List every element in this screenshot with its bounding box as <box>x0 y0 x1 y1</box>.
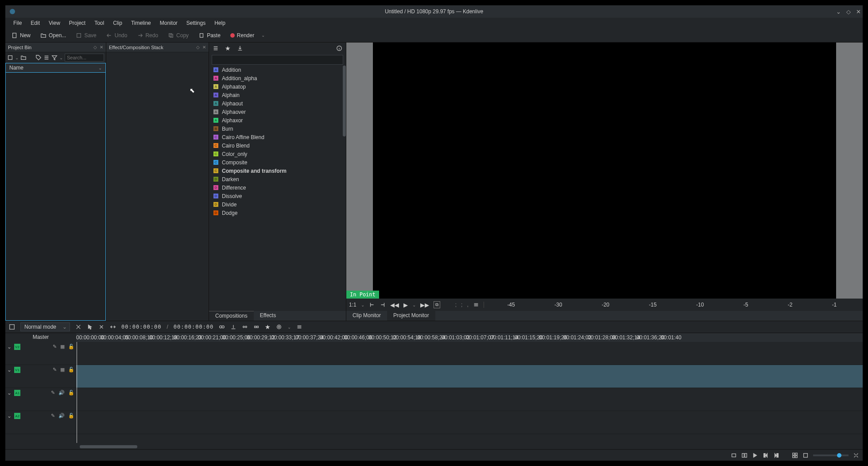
sb-fit-icon[interactable] <box>853 452 859 458</box>
bin-content[interactable] <box>5 73 106 321</box>
set-in-icon[interactable] <box>369 302 375 308</box>
marker1-icon[interactable]: ; <box>455 302 457 308</box>
track-lane[interactable] <box>76 411 863 434</box>
add-clip-dropdown[interactable]: ⌄ <box>15 55 19 60</box>
zoom-label[interactable]: 1:1 <box>349 302 356 308</box>
track-mute-icon[interactable]: 🔊 <box>58 390 65 396</box>
preview-render-icon[interactable] <box>276 324 282 330</box>
track-lane[interactable] <box>76 365 863 388</box>
mix-icon[interactable] <box>219 324 225 330</box>
composition-item[interactable]: DDifference <box>209 183 346 192</box>
razor-tool-icon[interactable] <box>98 324 105 330</box>
save-button[interactable]: Save <box>73 31 99 40</box>
track-lock-icon[interactable]: 🔓 <box>68 367 74 373</box>
render-dropdown[interactable]: ⌄ <box>261 33 265 38</box>
track-collapse-icon[interactable]: ⌄ <box>7 390 12 396</box>
track-badge[interactable]: V2 <box>14 344 20 350</box>
track-header[interactable]: ⌄ V1 ✎ ▦ 🔓 <box>5 365 76 388</box>
panel-float-icon[interactable]: ◇ <box>196 45 200 50</box>
track-header[interactable]: ⌄ A1 ✎ 🔊 🔓 <box>5 388 76 411</box>
panel-float-icon[interactable]: ◇ <box>93 45 97 50</box>
track-badge[interactable]: A2 <box>14 413 20 419</box>
playhead[interactable] <box>77 342 77 443</box>
master-track[interactable]: Master <box>5 333 76 342</box>
zone-in-icon[interactable] <box>230 324 236 330</box>
select-tool-icon[interactable] <box>87 324 93 330</box>
composition-item[interactable]: AAlphaover <box>209 108 346 116</box>
tab-clip-monitor[interactable]: Clip Monitor <box>346 311 387 321</box>
zoom-dropdown[interactable]: ⌄ <box>361 303 364 307</box>
folder-add-icon[interactable] <box>20 54 27 61</box>
composition-item[interactable]: AAlphain <box>209 91 346 99</box>
track-collapse-icon[interactable]: ⌄ <box>7 413 12 419</box>
timeline-ruler[interactable]: 00:00:00:0000:00:04;0500:00:08;1000:00:1… <box>76 333 863 342</box>
filter-dropdown[interactable]: ⌄ <box>59 55 63 60</box>
track-badge[interactable]: V1 <box>14 367 20 373</box>
track-lock-icon[interactable]: 🔓 <box>68 344 74 350</box>
track-lock-icon[interactable]: 🔓 <box>68 390 74 396</box>
preview-dropdown[interactable]: ⌄ <box>287 325 291 330</box>
tab-effects[interactable]: Effects <box>254 311 282 321</box>
composition-item[interactable]: CCairo Affine Blend <box>209 133 346 141</box>
play-icon[interactable]: ▶ <box>403 302 408 308</box>
tag-icon[interactable] <box>35 54 42 61</box>
composition-item[interactable]: DDodge <box>209 209 346 217</box>
composition-item[interactable]: DDarken <box>209 175 346 183</box>
sb-icon-1[interactable] <box>731 452 737 458</box>
list-icon[interactable] <box>43 54 50 61</box>
menu-settings[interactable]: Settings <box>182 18 210 28</box>
sb-grid-icon[interactable] <box>792 452 798 458</box>
undo-button[interactable]: Undo <box>104 31 130 40</box>
timecode-position[interactable]: 00:00:00:00 <box>121 324 161 330</box>
composition-item[interactable]: CCairo Blend <box>209 141 346 150</box>
composition-item[interactable]: AAlphaatop <box>209 82 346 91</box>
track-effect-icon[interactable]: ✎ <box>51 390 55 396</box>
menu-project[interactable]: Project <box>65 18 90 28</box>
menu-tool[interactable]: Tool <box>90 18 108 28</box>
close-button[interactable]: ✕ <box>856 8 861 15</box>
menu-monitor[interactable]: Monitor <box>155 18 182 28</box>
minimize-button[interactable]: ⌄ <box>836 8 841 15</box>
tool1-icon[interactable] <box>75 324 81 330</box>
track-collapse-icon[interactable]: ⌄ <box>7 344 12 350</box>
track-header[interactable]: ⌄ V2 ✎ ▦ 🔓 <box>5 342 76 365</box>
menu-timeline[interactable]: Timeline <box>127 18 155 28</box>
scrollbar[interactable] <box>343 66 346 136</box>
download-icon[interactable] <box>237 45 243 51</box>
maximize-button[interactable]: ◇ <box>846 8 851 15</box>
overwrite-icon[interactable] <box>242 324 248 330</box>
panel-close-icon[interactable]: ✕ <box>202 45 206 50</box>
composition-item[interactable]: CComposite and transform <box>209 167 346 175</box>
insert-icon[interactable] <box>253 324 260 330</box>
favorite-icon[interactable]: ★ <box>225 45 231 52</box>
play-dropdown[interactable]: ⌄ <box>412 303 416 307</box>
composition-search[interactable] <box>212 55 343 65</box>
composition-item[interactable]: BBurn <box>209 124 346 133</box>
composition-item[interactable]: DDivide <box>209 200 346 209</box>
rewind-icon[interactable]: ◀◀ <box>390 302 399 308</box>
track-thumb-icon[interactable]: ▦ <box>60 344 65 350</box>
track-collapse-icon[interactable]: ⌄ <box>7 367 12 373</box>
timeline-hscroll[interactable] <box>5 445 863 449</box>
composition-item[interactable]: CComposite <box>209 158 346 167</box>
marker3-icon[interactable]: , <box>467 302 468 308</box>
copy-button[interactable]: Copy <box>165 31 191 40</box>
composition-item[interactable]: AAlphaout <box>209 99 346 108</box>
bin-column-header[interactable]: Name⌄ <box>5 63 106 73</box>
forward-icon[interactable]: ▶▶ <box>420 302 429 308</box>
composition-item[interactable]: AAddition_alpha <box>209 74 346 82</box>
sb-icon-3[interactable] <box>752 452 758 458</box>
paste-button[interactable]: Paste <box>196 31 223 40</box>
settings-icon[interactable] <box>296 324 302 330</box>
composition-item[interactable]: AAlphaxor <box>209 116 346 124</box>
track-lock-icon[interactable]: 🔓 <box>68 413 74 419</box>
sb-icon-5[interactable] <box>773 452 779 458</box>
filter-icon[interactable] <box>51 54 58 61</box>
sb-snap-icon[interactable] <box>802 452 809 458</box>
menu-edit[interactable]: Edit <box>26 18 44 28</box>
sb-icon-2[interactable] <box>741 452 748 458</box>
track-menu-icon[interactable] <box>9 324 15 330</box>
menu-help[interactable]: Help <box>210 18 230 28</box>
menu-file[interactable]: File <box>9 18 26 28</box>
panel-close-icon[interactable]: ✕ <box>100 45 103 50</box>
